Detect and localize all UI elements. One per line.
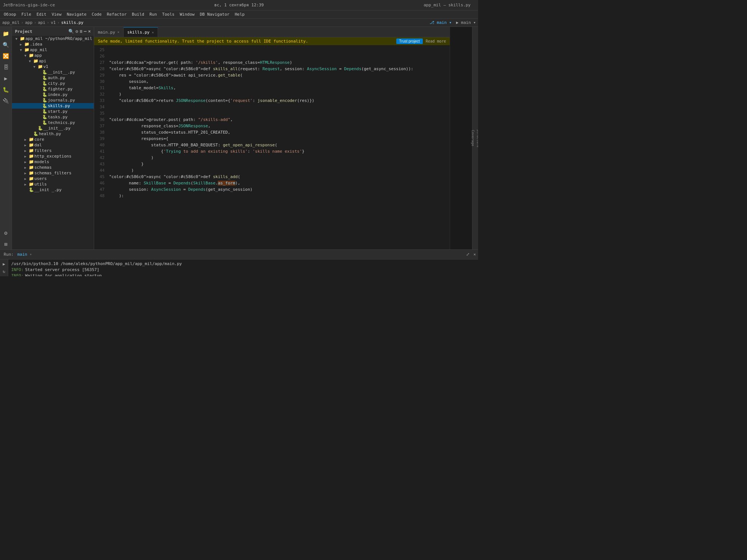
tree-item[interactable]: ▶📁users — [12, 176, 94, 181]
safe-mode-text: Safe mode, limited functionality. Trust … — [98, 39, 308, 44]
tree-item[interactable]: ▶📁core — [12, 137, 94, 142]
minimap — [450, 27, 472, 249]
line-number: 45 — [94, 174, 105, 180]
read-more-link[interactable]: Read more — [426, 39, 446, 43]
menu-edit[interactable]: Edit — [34, 11, 49, 18]
activity-project[interactable]: 📁 — [1, 28, 11, 39]
menu-view[interactable]: View — [49, 11, 64, 18]
run-arrow[interactable]: ▾ — [30, 252, 32, 257]
activity-apps[interactable]: ⊞ — [1, 239, 11, 249]
terminal-close-icon[interactable]: × — [473, 252, 476, 257]
tree-item[interactable]: 🐍journals.py — [12, 97, 94, 103]
code-line: ): — [109, 193, 450, 199]
tab-skills-py[interactable]: skills.py × — [124, 27, 158, 37]
tree-item-label: health.py — [39, 131, 94, 136]
terminal-maximize[interactable]: ⤢ — [466, 252, 469, 257]
sidebar-gear-icon[interactable]: ⚙ — [75, 29, 78, 34]
activity-settings[interactable]: ⚙ — [1, 228, 11, 238]
branch-indicator[interactable]: ⎇ main ▾ — [430, 20, 452, 25]
tree-file-icon: 🐍 — [42, 120, 48, 125]
tree-item[interactable]: ▼📁v1 — [12, 64, 94, 69]
terminal-content[interactable]: /usr/bin/python3.10 /home/aleks/pythonPR… — [8, 259, 478, 276]
menu-build[interactable]: Build — [130, 11, 146, 18]
term-play-btn[interactable]: ▶ — [1, 261, 7, 267]
tree-item[interactable]: 🐍auth.py — [12, 75, 94, 81]
sidebar-expand-icon[interactable]: × — [88, 29, 91, 34]
menu-window[interactable]: Window — [177, 11, 197, 18]
activity-vcs[interactable]: 🔀 — [1, 51, 11, 61]
menu-tools[interactable]: Tools — [160, 11, 177, 18]
line-number: 40 — [94, 142, 105, 148]
tree-item[interactable]: ▶📁filters — [12, 148, 94, 153]
tree-item-label: app_mil ~/pythonPRO/app_mil — [25, 36, 94, 41]
menu-obzor[interactable]: Обзор — [1, 11, 18, 18]
menu-navigate[interactable]: Navigate — [65, 11, 89, 18]
tree-item-label: journals.py — [48, 98, 94, 103]
code-content[interactable]: "color:#dcdcaa">@router.get( path: '/ski… — [108, 47, 450, 249]
menu-refactor[interactable]: Refactor — [105, 11, 129, 18]
tab-main-py[interactable]: main.py × — [94, 27, 124, 37]
tree-item[interactable]: 🐍technics.py — [12, 120, 94, 125]
tree-file-icon: 📁 — [33, 59, 39, 63]
sidebar-close-icon[interactable]: — — [84, 29, 87, 34]
menu-dbnavigator[interactable]: DB Navigator — [198, 11, 232, 18]
tree-item[interactable]: ▼📁app_mil ~/pythonPRO/app_mil — [12, 36, 94, 41]
nav-crumb-4[interactable]: v1 — [51, 20, 56, 25]
nav-crumb-2[interactable]: app — [25, 20, 32, 25]
menu-help[interactable]: Help — [232, 11, 247, 18]
sidebar-collapse-icon[interactable]: ≡ — [80, 29, 82, 34]
activity-plugins[interactable]: 🔌 — [1, 96, 11, 106]
run-config[interactable]: ▶ main ▾ — [456, 20, 476, 25]
tree-item[interactable]: 🐍tasks.py — [12, 114, 94, 120]
menu-code[interactable]: Code — [90, 11, 104, 18]
activity-db[interactable]: 🗄 — [1, 62, 11, 72]
activity-search[interactable]: 🔍 — [1, 40, 11, 50]
menu-file[interactable]: File — [19, 11, 34, 18]
tree-item[interactable]: 🐍index.py — [12, 92, 94, 97]
nav-crumb-3[interactable]: api — [38, 20, 45, 25]
code-editor[interactable]: 2526272829303132333435363738394041424344… — [94, 45, 450, 249]
tree-item-label: tasks.py — [48, 115, 94, 119]
term-stop-btn[interactable]: ■ — [1, 276, 7, 276]
tree-item[interactable]: 🐍start.py — [12, 109, 94, 114]
tree-item[interactable]: 🐍__init__.py — [12, 69, 94, 75]
tree-item[interactable]: ▶📁models — [12, 159, 94, 165]
run-name[interactable]: main — [16, 252, 29, 257]
tree-item[interactable]: 🐍__init__.py — [12, 125, 94, 131]
code-line: "color:#c586c0">async "color:#c586c0">de… — [109, 174, 450, 180]
tree-item[interactable]: ▶📁.idea — [12, 41, 94, 47]
tree-item[interactable]: ▼📁app_mil — [12, 47, 94, 53]
tree-item[interactable]: ▶📁http_exceptions — [12, 153, 94, 159]
sidebar-search-icon[interactable]: 🔍 — [68, 29, 74, 34]
tab-close-main-py[interactable]: × — [117, 30, 119, 34]
tree-item[interactable]: ▼📁api — [12, 58, 94, 64]
activity-run[interactable]: ▶ — [1, 73, 11, 84]
line-number: 38 — [94, 129, 105, 136]
code-line: table_model=Skills, — [109, 85, 450, 91]
tree-item[interactable]: 🐍skills.py — [12, 103, 94, 109]
tree-item[interactable]: 🐍health.py — [12, 131, 94, 137]
tree-item[interactable]: ▶📁dal — [12, 142, 94, 148]
tree-item[interactable]: 🐍__init _.py — [12, 187, 94, 193]
term-reload-btn[interactable]: ↻ — [1, 268, 7, 274]
menu-run[interactable]: Run — [147, 11, 159, 18]
code-line — [109, 104, 450, 110]
tree-arrow-icon: ▶ — [22, 138, 28, 141]
coverage-label[interactable]: Coverage — [471, 130, 475, 146]
tree-file-icon: 📁 — [28, 53, 34, 58]
activity-debug[interactable]: 🐛 — [1, 84, 11, 95]
tab-close-skills-py[interactable]: × — [152, 31, 154, 34]
nav-crumb-1[interactable]: app_mil — [2, 20, 19, 25]
tree-item[interactable]: ▶📁schemas — [12, 165, 94, 170]
tree-arrow-icon: ▶ — [22, 149, 28, 153]
nav-crumb-5[interactable]: skills.py — [61, 20, 84, 25]
tree-arrow-icon: ▶ — [22, 177, 28, 181]
sidebar-title: Project — [15, 29, 32, 34]
tree-item[interactable]: ▶📁schemas_filters — [12, 170, 94, 176]
tree-item[interactable]: 🐍fighter.py — [12, 86, 94, 92]
tree-item[interactable]: ▶📁utils — [12, 181, 94, 187]
tree-item[interactable]: ▼📁app — [12, 53, 94, 58]
tree-item[interactable]: 🐍city.py — [12, 81, 94, 86]
trust-project-button[interactable]: Trust project — [396, 38, 423, 44]
structure-label[interactable]: Structure — [476, 129, 478, 147]
